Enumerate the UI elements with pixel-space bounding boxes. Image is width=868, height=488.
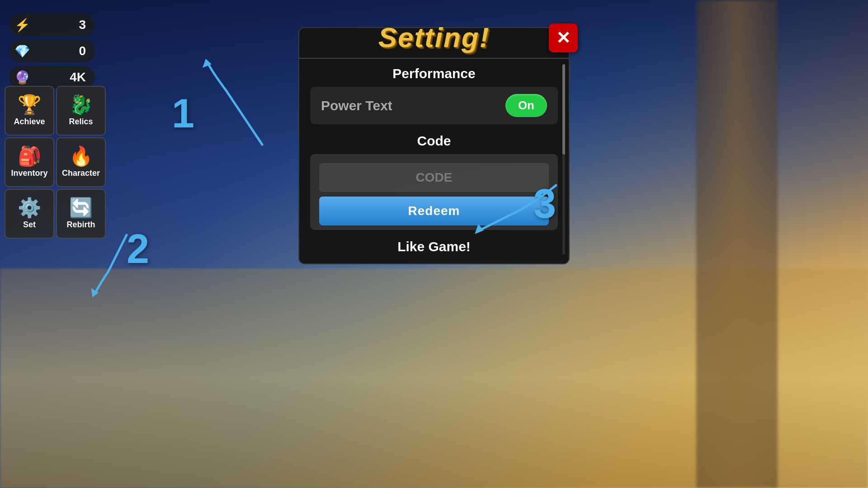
stats-panel: ⚡ 3 💎 0 🔮 4K: [9, 14, 95, 89]
set-label: Set: [23, 220, 36, 230]
achieve-icon: 🏆: [18, 95, 41, 114]
scroll-thumb: [562, 64, 565, 155]
annotation-2: 2: [127, 226, 149, 272]
relics-icon: 🐉: [69, 95, 93, 114]
gem-icon: 💎: [14, 42, 31, 60]
grid-buttons: 🏆 Achieve 🐉 Relics 🎒 Inventory 🔥 Charact…: [5, 86, 106, 239]
character-icon: 🔥: [69, 147, 93, 166]
set-icon: ⚙️: [18, 198, 41, 217]
performance-section-title: Performance: [310, 66, 558, 81]
close-button[interactable]: ✕: [549, 23, 578, 52]
set-button[interactable]: ⚙️ Set: [5, 189, 54, 239]
code-input-area: Redeem: [310, 154, 558, 230]
inventory-label: Inventory: [11, 169, 47, 178]
inventory-button[interactable]: 🎒 Inventory: [5, 137, 54, 187]
character-label: Character: [62, 169, 100, 178]
crystal-icon: 🔮: [14, 69, 31, 86]
modal-body: Performance Power Text On Code Redeem Li…: [299, 66, 569, 254]
annotation-1: 1: [172, 90, 194, 137]
redeem-button[interactable]: Redeem: [319, 197, 549, 225]
modal-title: Setting!: [299, 21, 569, 53]
rebirth-label: Rebirth: [67, 220, 95, 230]
gem-value: 0: [34, 44, 86, 58]
achieve-label: Achieve: [14, 117, 45, 127]
stat-gem: 💎 0: [9, 40, 95, 62]
performance-row: Power Text On: [310, 87, 558, 124]
achieve-button[interactable]: 🏆 Achieve: [5, 86, 54, 136]
svg-marker-0: [203, 59, 212, 68]
stat-lightning: ⚡ 3: [9, 14, 95, 36]
code-section-title: Code: [310, 133, 558, 149]
stat-crystal: 🔮 4K: [9, 66, 95, 89]
scroll-indicator[interactable]: [562, 64, 565, 254]
modal-divider: [299, 58, 569, 59]
power-text-label: Power Text: [321, 98, 392, 113]
like-game-label: Like Game!: [310, 239, 558, 254]
ui-layer: ⚡ 3 💎 0 🔮 4K 🏆 Achieve 🐉 Relics 🎒 Invent…: [0, 0, 868, 488]
code-input[interactable]: [319, 163, 549, 192]
svg-marker-1: [91, 288, 99, 297]
relics-button[interactable]: 🐉 Relics: [56, 86, 106, 136]
lightning-icon: ⚡: [14, 16, 31, 33]
arrow-1: [172, 54, 298, 154]
rebirth-icon: 🔄: [69, 198, 93, 217]
power-text-toggle[interactable]: On: [505, 94, 547, 117]
character-button[interactable]: 🔥 Character: [56, 137, 106, 187]
crystal-value: 4K: [34, 70, 86, 84]
inventory-icon: 🎒: [18, 147, 41, 166]
rebirth-button[interactable]: 🔄 Rebirth: [56, 189, 106, 239]
relics-label: Relics: [69, 117, 93, 127]
settings-modal: Setting! ✕ Performance Power Text On Cod…: [298, 27, 570, 264]
lightning-value: 3: [34, 18, 86, 32]
